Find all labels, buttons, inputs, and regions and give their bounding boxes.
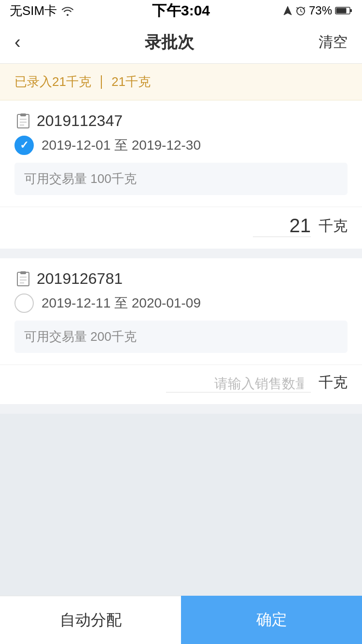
batch1-radio[interactable] [14,136,34,155]
batch2-date-row: 2019-12-11 至 2020-01-09 [14,294,348,313]
status-right: 73% [283,4,352,17]
status-time: 下午3:04 [152,1,210,21]
batch2-input[interactable] [214,373,311,392]
batch1-input-wrapper: 21 [14,215,311,237]
batch-item-1: 2019112347 2019-12-01 至 2019-12-30 可用交易量… [0,100,362,249]
batch-item-2: 2019126781 2019-12-11 至 2020-01-09 可用交易量… [0,258,362,404]
batch2-radio[interactable] [14,294,34,313]
batch-icon-1 [14,112,32,130]
recorded-value: 21千克 [111,73,151,90]
clear-button[interactable]: 清空 [319,32,348,52]
batch1-underline [253,237,311,237]
batch2-input-wrapper[interactable] [14,373,311,392]
svg-rect-3 [336,8,347,14]
alarm-icon [295,5,306,16]
auto-distribute-button[interactable]: 自动分配 [0,596,181,644]
batch2-header: 2019126781 [14,270,348,288]
batch2-id: 2019126781 [37,270,123,288]
svg-rect-10 [20,271,26,274]
batch1-header: 2019112347 [14,112,348,130]
batch-icon-2 [14,270,32,288]
status-bar: 无SIM卡 下午3:04 73% [0,0,362,21]
back-button[interactable]: ‹ [14,32,21,53]
svg-rect-4 [17,114,29,128]
batch2-unit: 千克 [319,373,348,392]
batch1-value: 21 [290,215,311,237]
battery-icon [335,6,352,15]
info-banner: 已录入21千克 21千克 [0,64,362,100]
nav-bar: ‹ 录批次 清空 [0,21,362,64]
batch1-date-row: 2019-12-01 至 2019-12-30 [14,136,348,155]
battery-text: 73% [309,4,332,17]
status-carrier: 无SIM卡 [10,2,74,19]
batch1-date: 2019-12-01 至 2019-12-30 [42,136,201,154]
svg-rect-9 [17,272,29,286]
batch1-input-row: 21 千克 [0,207,362,249]
batch1-id: 2019112347 [37,112,123,130]
batch2-available: 可用交易量 200千克 [14,321,348,353]
banner-divider [101,75,102,89]
confirm-button[interactable]: 确定 [181,596,362,644]
wifi-icon [61,5,74,16]
batch2-input-row[interactable]: 千克 [0,364,362,404]
svg-rect-5 [20,113,26,116]
recorded-label: 已录入21千克 [14,73,91,90]
svg-rect-2 [350,9,352,12]
carrier-text: 无SIM卡 [10,2,57,19]
batch2-date: 2019-12-11 至 2020-01-09 [42,294,201,312]
batch1-available: 可用交易量 100千克 [14,163,348,195]
page-title: 录批次 [145,31,194,54]
footer: 自动分配 确定 [0,596,362,644]
location-icon [283,5,292,16]
batch2-underline [166,392,311,392]
batch1-unit: 千克 [319,216,348,236]
